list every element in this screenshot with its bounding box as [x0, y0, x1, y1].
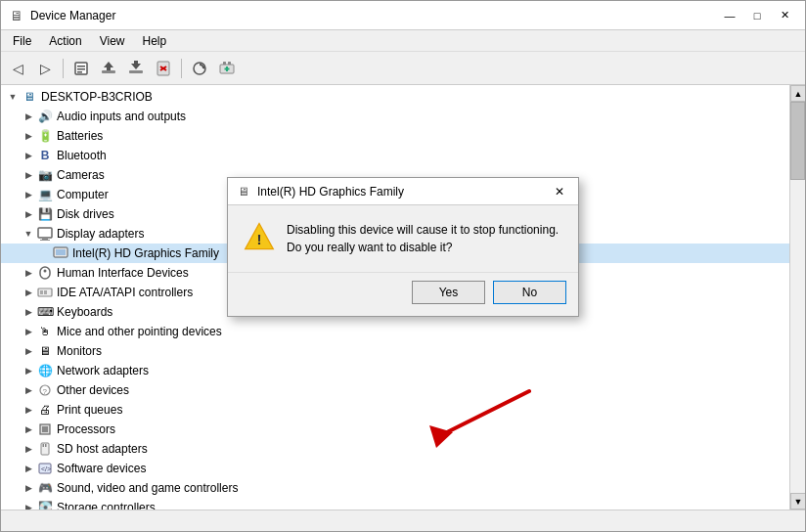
dialog-footer: Yes No [228, 272, 578, 316]
no-button[interactable]: No [493, 281, 566, 304]
disable-device-dialog: 🖥 Intel(R) HD Graphics Family ✕ ! Disabl… [227, 177, 579, 317]
warning-icon: ! [244, 221, 275, 252]
dialog-close-button[interactable]: ✕ [549, 183, 570, 200]
dialog-title: Intel(R) HD Graphics Family [257, 185, 543, 199]
dialog-body: ! Disabling this device will cause it to… [228, 205, 578, 272]
yes-button[interactable]: Yes [412, 281, 485, 304]
dialog-message: Disabling this device will cause it to s… [287, 221, 562, 256]
device-manager-window: 🖥 Device Manager — □ ✕ File Action View … [0, 0, 806, 532]
dialog-overlay: 🖥 Intel(R) HD Graphics Family ✕ ! Disabl… [1, 1, 805, 531]
dialog-app-icon: 🖥 [236, 184, 251, 200]
svg-text:!: ! [256, 231, 261, 247]
dialog-titlebar: 🖥 Intel(R) HD Graphics Family ✕ [228, 178, 578, 205]
